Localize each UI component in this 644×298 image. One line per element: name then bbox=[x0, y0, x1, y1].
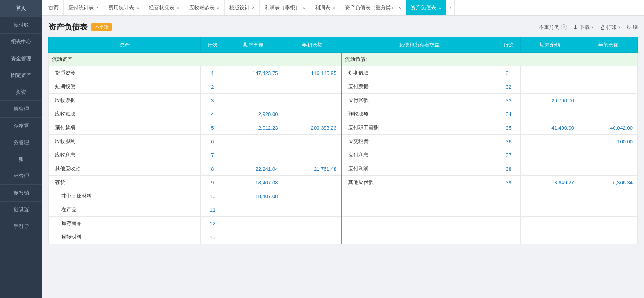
liability-name: 应付账款 bbox=[342, 94, 497, 107]
tab-payable-stat-label: 应付统计表 bbox=[68, 4, 94, 11]
header-year-start2: 年初余额 bbox=[579, 37, 638, 53]
row-num2 bbox=[497, 189, 521, 203]
sidebar-item-fund-mgmt[interactable]: 资金管理 bbox=[0, 50, 42, 67]
sidebar-item-payable[interactable]: 应付账 bbox=[0, 17, 42, 34]
page-header: 资产负债表 不平衡 不重分类 ? ⬇ 下载 ▾ 🖨 打印 ▾ bbox=[48, 22, 638, 32]
year-start2 bbox=[579, 230, 638, 244]
year-start2 bbox=[579, 66, 638, 80]
sidebar-item-home[interactable]: 首页 bbox=[0, 0, 42, 17]
no-reclassify-btn[interactable]: 不重分类 ? bbox=[539, 24, 567, 31]
year-start bbox=[283, 107, 342, 121]
table-row: 短期投资 2 应付票据 32 bbox=[49, 80, 638, 94]
row-num: 6 bbox=[201, 135, 224, 148]
tab-operation[interactable]: 经营状况表 × bbox=[144, 0, 184, 16]
tab-template-design-label: 模版设计 bbox=[229, 4, 250, 11]
period-end bbox=[224, 135, 283, 148]
asset-name: 其中：原材料 bbox=[49, 189, 201, 203]
row-num: 8 bbox=[201, 162, 224, 176]
period-end bbox=[224, 94, 283, 107]
sidebar-item-investment[interactable]: 投资 bbox=[0, 84, 42, 101]
row-num2 bbox=[497, 203, 521, 217]
row-num: 10 bbox=[201, 189, 224, 203]
row-num: 11 bbox=[201, 203, 224, 217]
tab-home[interactable]: 首页 bbox=[44, 0, 64, 16]
period-end: 22,241.04 bbox=[224, 162, 283, 176]
download-icon: ⬇ bbox=[573, 24, 578, 30]
year-start: 116,145.95 bbox=[283, 66, 342, 80]
tab-expense-stat-label: 费用统计表 bbox=[109, 4, 134, 11]
sidebar-item-fixed-assets[interactable]: 固定资产 bbox=[0, 67, 42, 84]
sidebar-item-ticket-mgmt[interactable]: 票管理 bbox=[0, 101, 42, 118]
liability-name: 应交税费 bbox=[342, 135, 497, 148]
tab-balance-close[interactable]: × bbox=[438, 5, 441, 11]
tab-payable-stat[interactable]: 应付统计表 × bbox=[64, 0, 104, 16]
tab-payable-stat-close[interactable]: × bbox=[96, 5, 99, 11]
period-end2 bbox=[521, 135, 579, 148]
unbalanced-badge: 不平衡 bbox=[91, 23, 112, 31]
row-num2: 34 bbox=[497, 107, 521, 121]
asset-name: 存货 bbox=[49, 176, 201, 189]
sidebar-item-expense[interactable]: 畅报销 bbox=[0, 185, 42, 202]
asset-name: 应收利息 bbox=[49, 148, 201, 162]
row-num: 7 bbox=[201, 148, 224, 162]
tab-operation-close[interactable]: × bbox=[177, 5, 179, 11]
period-end2: 20,700.00 bbox=[521, 94, 579, 107]
tab-template-design[interactable]: 模版设计 × bbox=[225, 0, 260, 16]
tab-profit-close[interactable]: × bbox=[333, 5, 335, 11]
year-start bbox=[283, 203, 342, 217]
table-row: 货币资金 1 147,423.75 116,145.95 短期借款 31 bbox=[49, 66, 638, 80]
sidebar-item-archive[interactable]: 档管理 bbox=[0, 168, 42, 185]
sidebar-item-settings[interactable]: 础设置 bbox=[0, 202, 42, 218]
asset-name: 应收票据 bbox=[49, 94, 201, 107]
table-row: 其中：原材料 10 18,407.08 bbox=[49, 189, 638, 203]
tab-profit-quarterly-close[interactable]: × bbox=[302, 5, 305, 11]
asset-name: 在产品 bbox=[49, 203, 201, 217]
period-end: 2,012.23 bbox=[224, 121, 283, 135]
table-row: 周转材料 13 bbox=[49, 230, 638, 244]
header-actions: 不重分类 ? ⬇ 下载 ▾ 🖨 打印 ▾ ↻ 刷 bbox=[539, 24, 638, 31]
table-row: 存货 9 18,407.08 其他应付款 39 8,649.27 6,366.3… bbox=[49, 176, 638, 189]
print-icon: 🖨 bbox=[599, 24, 605, 30]
tab-profit-label: 利润表 bbox=[315, 4, 330, 11]
tab-template-design-close[interactable]: × bbox=[252, 5, 255, 11]
asset-name: 预付款项 bbox=[49, 121, 201, 135]
tab-expense-stat[interactable]: 费用统计表 × bbox=[104, 0, 144, 16]
year-start2 bbox=[579, 80, 638, 94]
row-num2: 38 bbox=[497, 162, 521, 176]
tab-balance[interactable]: 资产负债表 × bbox=[406, 0, 446, 16]
section-liability-label: 流动负债: bbox=[342, 53, 638, 66]
tab-receivable-age-close[interactable]: × bbox=[217, 5, 220, 11]
liability-name: 应付职工薪酬 bbox=[342, 121, 497, 135]
sidebar: 首页 应付账 报表中心 资金管理 固定资产 投资 票管理 存核算 务管理 账 档… bbox=[0, 0, 42, 298]
liability-name: 预收款项 bbox=[342, 107, 497, 121]
year-start bbox=[283, 148, 342, 162]
sidebar-item-inventory[interactable]: 存核算 bbox=[0, 118, 42, 134]
period-end: 147,423.75 bbox=[224, 66, 283, 80]
asset-name: 库存商品 bbox=[49, 217, 201, 230]
sidebar-item-guide[interactable]: 手引导 bbox=[0, 218, 42, 235]
period-end2: 41,400.00 bbox=[521, 121, 579, 135]
table-row: 应收利息 7 应付利息 37 bbox=[49, 148, 638, 162]
sidebar-item-affairs[interactable]: 务管理 bbox=[0, 134, 42, 151]
sidebar-item-report-center[interactable]: 报表中心 bbox=[0, 34, 42, 50]
tab-balance-reclassify[interactable]: 资产负债表（重分类） × bbox=[340, 0, 406, 16]
liability-name: 短期借款 bbox=[342, 66, 497, 80]
period-end bbox=[224, 203, 283, 217]
tab-nav-right[interactable]: › bbox=[446, 0, 455, 16]
tab-receivable-age[interactable]: 应收账龄表 × bbox=[184, 0, 225, 16]
print-btn[interactable]: 🖨 打印 ▾ bbox=[599, 24, 620, 31]
download-btn[interactable]: ⬇ 下载 ▾ bbox=[573, 24, 593, 31]
table-row: 应收账款 4 2,920.00 预收款项 34 bbox=[49, 107, 638, 121]
tab-expense-stat-close[interactable]: × bbox=[136, 5, 139, 11]
refresh-btn[interactable]: ↻ 刷 bbox=[626, 24, 638, 31]
year-start bbox=[283, 80, 342, 94]
period-end2 bbox=[521, 162, 579, 176]
tab-profit-quarterly[interactable]: 利润表（季报） × bbox=[260, 0, 310, 16]
tab-balance-reclassify-close[interactable]: × bbox=[398, 5, 401, 11]
help-icon[interactable]: ? bbox=[561, 24, 567, 30]
sidebar-item-account[interactable]: 账 bbox=[0, 151, 42, 168]
year-start2 bbox=[579, 189, 638, 203]
asset-name: 短期投资 bbox=[49, 80, 201, 94]
tab-profit[interactable]: 利润表 × bbox=[310, 0, 340, 16]
tab-bar: 首页 应付统计表 × 费用统计表 × 经营状况表 × 应收账龄表 × 模版设计 … bbox=[42, 0, 644, 16]
